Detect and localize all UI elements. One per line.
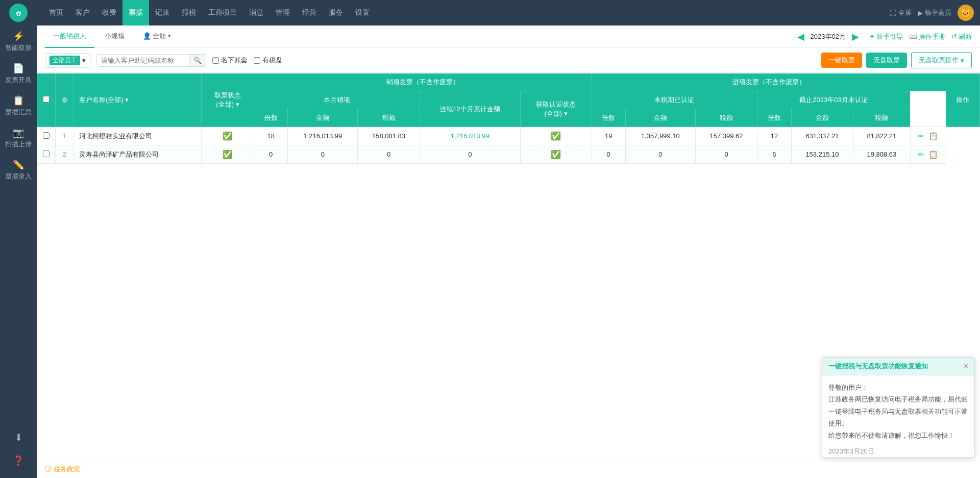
notification-date: 2023年3月20日 [828,445,968,457]
nav-client[interactable]: 客户 [69,0,96,26]
th-sx-count: 份数 [254,109,288,127]
nav-bookkeeping[interactable]: 记账 [149,0,176,26]
th-group-sales: 销项发票（不含作废票） [254,73,592,91]
sidebar-item-data-entry[interactable]: ✏️ 票据录入 [0,154,37,186]
topnav-right: ⛶ 全屏 ▶ 畅享会员 🐱 [890,5,974,21]
row-jx-auth-status: ✅ [520,145,592,164]
nav-invoice[interactable]: 票据 [122,0,149,26]
row-fetch-status: ✅ [201,127,254,145]
row-jx-cur-amount: 0 [625,145,695,164]
search-button[interactable]: 🔍 [189,55,206,66]
nav-billing[interactable]: 收费 [96,0,122,26]
tax-disk-checkbox[interactable] [254,57,260,64]
nav-management[interactable]: 管理 [270,0,296,26]
select-all-checkbox[interactable] [43,96,50,103]
notification-line-0: 尊敬的用户： [828,382,968,393]
th-jx-auth-status: 获取认证状态(全部) ▾ [520,91,592,127]
sidebar-item-scan-upload[interactable]: 📷 扫描上传 [0,122,37,154]
no-disk-fetch-button[interactable]: 无盘取票 [866,53,907,68]
fetch-status-icon: ✅ [223,132,233,140]
row-jx-cur-tax: 0 [695,145,757,164]
row-sx-tax: 158,081.83 [358,127,420,145]
tab-small[interactable]: 小规模 [96,26,133,48]
row-client-name: 灵寿县尚泽矿产品有限公司 [74,145,202,164]
info-icon: ⓘ [45,465,52,474]
no-disk-op-button[interactable]: 无盘取票操作 ▾ [911,52,972,68]
member-btn[interactable]: ▶ 畅享会员 [918,8,951,17]
invoice-summary-icon: 📋 [13,95,24,106]
fetch-status-icon: ✅ [223,150,233,159]
tax-policy-link[interactable]: ⓘ 税务政策 [45,465,80,474]
nav-operation[interactable]: 经营 [296,0,323,26]
nav-service[interactable]: 服务 [323,0,349,26]
row-checkbox[interactable] [43,132,50,139]
sidebar-item-invoice-summary[interactable]: 📋 票据汇总 [0,90,37,122]
fullscreen-btn[interactable]: ⛶ 全屏 [890,8,912,17]
row-checkbox-cell [37,127,56,145]
th-jx-cur-count: 份数 [592,109,625,127]
page-footer: ⓘ 税务政策 [37,460,980,478]
account-check-label[interactable]: 名下账套 [212,56,248,65]
table-row: 2 灵寿县尚泽矿产品有限公司 ✅ 0 0 0 0 ✅ 0 0 0 6 153,2… [37,145,980,164]
sidebar-item-download[interactable]: ⬇ [0,427,37,450]
sidebar-logo: ✿ [0,0,37,26]
employee-filter[interactable]: 全部员工 ▾ [45,53,90,68]
th-setting: ⚙ [56,73,74,127]
table-body: 1 河北柯橙秸实业有限公司 ✅ 18 1,216,013.99 158,081.… [37,127,980,164]
tab-all[interactable]: 👤 全能 ▾ [135,26,179,48]
row-jx-unauth-tax: 19,808.63 [853,145,910,164]
th-group-purchase: 进项发票（不含作废票） [592,73,946,91]
th-fetch-status: 取票状态(全部) ▾ [201,73,254,127]
dropdown-arrow-icon: ▾ [961,57,964,64]
view-icon[interactable]: 📋 [928,132,938,141]
cum-amount-link[interactable]: 1,216,013.99 [451,132,489,140]
guide-icon: ✦ [869,33,875,40]
row-jx-auth-status: ✅ [520,127,592,145]
th-jx-cur-tax: 税额 [695,109,757,127]
th-sx-amount: 金额 [288,109,358,127]
nav-message[interactable]: 消息 [243,0,270,26]
manual-icon: 📖 [909,33,917,40]
sidebar-item-smart-fetch[interactable]: ⚡ 智能取票 [0,26,37,58]
refresh-icon: ↺ [951,33,957,40]
notification-line-1: 江苏政务网已恢复访问电子税务局功能，易代账一键登陆电子税务局与无盘取票相关功能可… [828,393,968,429]
notification-close-button[interactable]: × [964,362,968,371]
view-icon[interactable]: 📋 [928,150,938,159]
account-checkbox[interactable] [212,57,219,64]
download-icon: ⬇ [15,432,22,443]
one-click-fetch-button[interactable]: 一键取票 [821,53,862,68]
fullscreen-icon: ⛶ [890,9,896,17]
row-jx-unauth-count: 6 [757,145,791,164]
table-row: 1 河北柯橙秸实业有限公司 ✅ 18 1,216,013.99 158,081.… [37,127,980,145]
tab-general[interactable]: 一般纳税人 [45,26,94,48]
date-navigation: ◀ 2023年02月 ▶ [795,32,861,41]
edit-icon[interactable]: ✏ [918,132,924,141]
new-guide-link[interactable]: ✦ 新手引导 [869,32,903,41]
next-month-button[interactable]: ▶ [850,32,861,41]
row-checkbox-cell [37,145,56,164]
sidebar-item-issue-invoice[interactable]: 📄 发票开具 [0,58,37,90]
sidebar-item-help[interactable]: ❓ [0,450,37,473]
chevron-down-icon: ▾ [82,57,86,64]
edit-icon[interactable]: ✏ [918,150,924,159]
employee-tag: 全部员工 [50,56,80,65]
row-checkbox[interactable] [43,150,50,157]
avatar[interactable]: 🐱 [958,5,974,21]
nav-home[interactable]: 首页 [43,0,69,26]
nav-tax[interactable]: 报税 [176,0,202,26]
row-jx-unauth-count: 12 [757,127,791,145]
row-actions: ✏ 📋 [910,127,946,145]
nav-business[interactable]: 工商项目 [202,0,243,26]
th-jx-unauth-count: 份数 [757,109,791,127]
prev-month-button[interactable]: ◀ [795,32,806,41]
notification-scroll[interactable]: 尊敬的用户： 江苏政务网已恢复访问电子税务局功能，易代账一键登陆电子税务局与无盘… [822,375,974,457]
tax-disk-check-label[interactable]: 有税盘 [254,56,282,65]
nav-settings[interactable]: 设置 [349,0,376,26]
filter-bar: 全部员工 ▾ 🔍 名下账套 有税盘 一键取票 无盘取票 无盘取票操作 ▾ [37,48,980,73]
notification-title: 一键报税与无盘取票功能恢复通知 [828,362,928,371]
row-index: 1 [56,127,74,145]
manual-link[interactable]: 📖 操作手册 [909,32,945,41]
help-icon: ❓ [13,455,24,466]
refresh-link[interactable]: ↺ 刷新 [951,32,972,41]
search-input[interactable] [97,55,189,66]
